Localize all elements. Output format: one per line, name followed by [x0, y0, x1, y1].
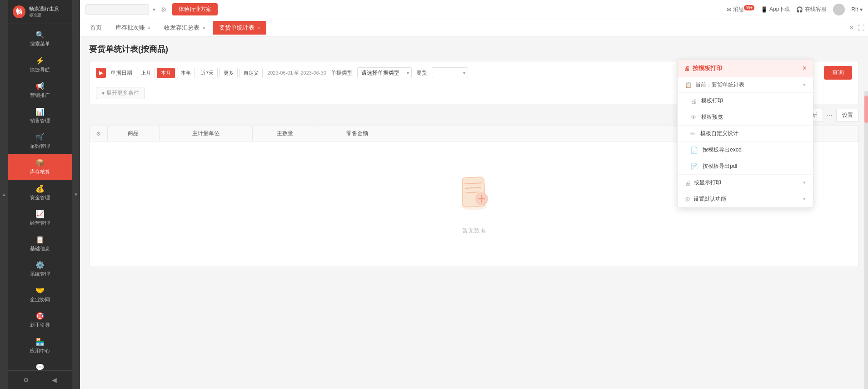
sidebar-item-appstore[interactable]: 🏪应用中心 — [8, 333, 72, 359]
app-download-icon: 📱 — [761, 6, 768, 13]
sidebar-item-system[interactable]: ⚙️系统管理 — [8, 256, 72, 282]
tab-order[interactable]: 要货单统计表 × — [213, 21, 266, 35]
search-icon: 🔍 — [35, 30, 45, 39]
col-settings[interactable]: ⚙ — [90, 126, 108, 141]
settings-icon[interactable]: ⚙ — [21, 374, 31, 385]
sidebar-item-label-system: 系统管理 — [30, 271, 50, 277]
tab-batch[interactable]: 库存批次账 × — [109, 21, 157, 35]
btn-more[interactable]: 更多 — [219, 68, 238, 78]
sidebar-item-newbie[interactable]: 🎯新手引导 — [8, 307, 72, 333]
sound-icon[interactable]: ◀ — [50, 374, 59, 385]
app-download-btn[interactable]: 📱 App下载 — [761, 5, 790, 13]
type-select[interactable]: 请选择单据类型 — [357, 67, 412, 78]
empty-icon — [454, 172, 494, 222]
topbar-gear-icon[interactable]: ⚙ — [161, 6, 167, 13]
yh-select[interactable] — [432, 67, 468, 78]
tabs-right-controls: ✕ ⛶ — [849, 24, 864, 31]
type-select-wrap: 请选择单据类型 ▾ — [357, 67, 412, 78]
sidebar-item-marketing[interactable]: 📢营销推广 — [8, 77, 72, 103]
tab-collect-close[interactable]: × — [202, 25, 205, 30]
trial-button[interactable]: 体验行业方案 — [172, 3, 218, 15]
sidebar-item-purchase[interactable]: 🛒采购管理 — [8, 128, 72, 154]
type-filter-label: 单据类型 — [331, 69, 353, 77]
user-avatar[interactable] — [833, 4, 845, 15]
sidebar-item-search[interactable]: 🔍搜索菜单 — [8, 26, 72, 51]
maximize-window-icon[interactable]: ⛶ — [858, 24, 864, 31]
btn-prev-month[interactable]: 上月 — [137, 68, 155, 78]
quicknav-icon: ⚡ — [35, 56, 45, 65]
date-buttons: 上月 本月 本年 近7天 更多 自定义 — [137, 68, 263, 78]
current-template-item[interactable]: 📋 当前：要货单统计表 ▾ — [678, 77, 813, 93]
online-service-btn[interactable]: 🎧 在线客服 — [796, 5, 827, 13]
sidebar-scroll-down[interactable]: ▼ — [72, 0, 80, 389]
tab-order-close[interactable]: × — [257, 25, 260, 30]
print-dropdown-close-btn[interactable]: × — [803, 64, 807, 72]
newbie-icon: 🎯 — [35, 312, 45, 320]
sidebar-item-basic[interactable]: 📋基础信息 — [8, 231, 72, 256]
export-excel-item[interactable]: 📄 按模板导出excel — [678, 142, 813, 158]
expand-more-btn[interactable]: ▾ 展开更多条件 — [96, 87, 145, 99]
sidebar-item-collab[interactable]: 🤝企业协同 — [8, 282, 72, 307]
display-print-section[interactable]: 🖨 按显示打印 ▾ — [678, 175, 813, 191]
default-func-icon: ⚙ — [685, 196, 691, 203]
sidebar-item-inventory[interactable]: 📦库存核算 — [8, 154, 72, 179]
sidebar-item-finance[interactable]: 💰资金管理 — [8, 180, 72, 205]
print-dropdown-icon: 🖨 — [684, 65, 690, 72]
col-retail: 零售金额 — [318, 126, 397, 141]
btn-this-month[interactable]: 本月 — [157, 68, 175, 78]
sidebar-item-sales[interactable]: 📊销售管理 — [8, 103, 72, 128]
sidebar-item-label-basic: 基础信息 — [30, 246, 50, 252]
date-range-display: 2023-06-01 至 2023-06-30 — [267, 70, 326, 76]
sidebar-item-operation[interactable]: 📈经营管理 — [8, 205, 72, 231]
more-dots-btn[interactable]: ··· — [827, 111, 833, 120]
date-filter-label: 单据日期 — [110, 69, 132, 77]
empty-text: 暂无数据 — [462, 227, 486, 235]
close-window-icon[interactable]: ✕ — [849, 24, 854, 31]
default-func-arrow: ▾ — [803, 196, 806, 202]
print-dropdown-title: 🖨 按模板打印 — [684, 64, 722, 72]
query-button[interactable]: 查询 — [824, 66, 852, 80]
template-design-item[interactable]: ✏ 模板自定义设计 — [678, 126, 813, 142]
appstore-icon: 🏪 — [35, 338, 45, 346]
search-input[interactable] — [85, 4, 149, 15]
export-excel-icon: 📄 — [690, 147, 698, 154]
col-quantity: 主数量 — [252, 126, 318, 141]
user-name[interactable]: Rit ▾ — [851, 6, 863, 13]
btn-last7[interactable]: 近7天 — [197, 68, 218, 78]
sidebar-item-wechat[interactable]: 💬企业微信 — [8, 359, 72, 370]
marketing-icon: 📢 — [35, 82, 45, 91]
tab-collect[interactable]: 收发存汇总表 × — [158, 21, 211, 35]
sidebar-item-label-purchase: 采购管理 — [30, 143, 50, 149]
template-preview-item[interactable]: 👁 模板预览 — [678, 109, 813, 126]
display-print-arrow: ▾ — [803, 180, 806, 186]
btn-this-year[interactable]: 本年 — [177, 68, 195, 78]
tab-batch-close[interactable]: × — [148, 25, 150, 30]
user-dropdown-icon: ▾ — [860, 6, 863, 13]
tab-home[interactable]: 首页 — [84, 21, 108, 35]
export-pdf-item[interactable]: 📄 按模板导出pdf — [678, 158, 813, 175]
right-scrollbar[interactable] — [864, 91, 868, 389]
template-design-icon: ✏ — [690, 130, 696, 137]
expand-icon: ▾ — [102, 90, 105, 96]
sidebar-item-label-operation: 经营管理 — [30, 220, 50, 226]
print-dropdown: 🖨 按模板打印 × 📋 当前：要货单统计表 ▾ 🖨 模板打印 👁 模板预览 ✏ — [677, 59, 813, 208]
table-setting-icon[interactable]: ⚙ — [96, 131, 101, 137]
filter-expand-icon[interactable]: ▶ — [96, 68, 106, 78]
finance-icon: 💰 — [35, 184, 45, 193]
default-func-section[interactable]: ⚙ 设置默认功能 ▾ — [678, 191, 813, 207]
sales-icon: 📊 — [35, 107, 45, 116]
search-dropdown-icon[interactable]: ▾ — [153, 6, 155, 13]
sidebar-item-label-search: 搜索菜单 — [30, 41, 50, 47]
btn-custom[interactable]: 自定义 — [239, 68, 263, 78]
wechat-icon: 💬 — [35, 363, 45, 370]
sidebar-item-label-finance: 资金管理 — [30, 195, 50, 201]
template-print-icon: 🖨 — [690, 97, 697, 105]
current-template-arrow: ▾ — [803, 82, 806, 88]
scrollbar-thumb[interactable] — [864, 96, 868, 123]
sidebar-item-quicknav[interactable]: ⚡快捷导航 — [8, 52, 72, 77]
template-print-item[interactable]: 🖨 模板打印 — [678, 93, 813, 109]
messages-btn[interactable]: ✉ 消息 99+ — [727, 5, 754, 13]
sidebar-scroll-up[interactable]: ▲ — [0, 0, 8, 389]
template-preview-icon: 👁 — [690, 114, 697, 121]
settings-button[interactable]: 设置 — [836, 109, 859, 122]
